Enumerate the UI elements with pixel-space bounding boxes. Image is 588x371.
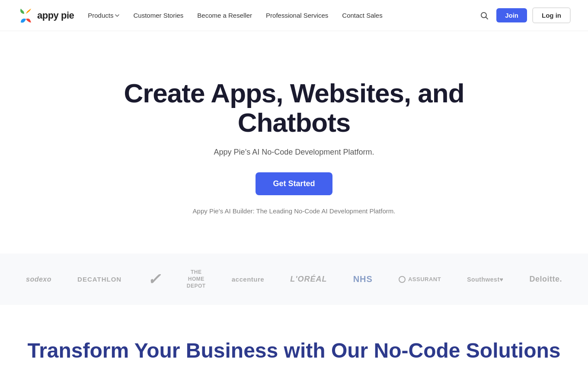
nav-products[interactable]: Products — [88, 12, 119, 19]
logo-nhs: NHS — [353, 274, 373, 284]
logo-deloitte: Deloitte. — [529, 275, 562, 284]
logo-link[interactable]: appy pie — [17, 7, 74, 24]
search-icon — [480, 11, 489, 20]
nav-customer-stories[interactable]: Customer Stories — [133, 12, 183, 19]
login-button[interactable]: Log in — [532, 7, 571, 23]
join-button[interactable]: Join — [496, 8, 527, 22]
svg-line-2 — [486, 17, 488, 19]
logos-band: sodexo DECATHLON ✓ THEHOMEDEPOT accentur… — [0, 254, 588, 305]
logo-nike: ✓ — [147, 270, 161, 289]
logo-icon — [17, 7, 35, 24]
nav-professional-services[interactable]: Professional Services — [266, 12, 328, 19]
svg-point-0 — [24, 14, 28, 17]
get-started-button[interactable]: Get Started — [256, 172, 332, 195]
hero-tagline: Appy Pie’s AI Builder: The Leading No-Co… — [65, 207, 523, 215]
assurant-circle-icon — [399, 276, 406, 283]
bottom-title: Transform Your Business with Our No-Code… — [9, 339, 579, 362]
logo-southwest: Southwest♥ — [467, 276, 503, 283]
hero-section: Create Apps, Websites, and Chatbots Appy… — [56, 31, 532, 254]
search-button[interactable] — [477, 9, 491, 22]
logo-assurant: ASSURANT — [399, 276, 441, 283]
logo-accenture: accenture — [232, 276, 264, 283]
nav-contact-sales[interactable]: Contact Sales — [342, 12, 382, 19]
logo-homedepot: THEHOMEDEPOT — [187, 269, 206, 289]
logo-decathlon: DECATHLON — [77, 276, 121, 283]
nav-become-reseller[interactable]: Become a Reseller — [197, 12, 252, 19]
nav-links: Products Customer Stories Become a Resel… — [88, 12, 477, 19]
bottom-section: Transform Your Business with Our No-Code… — [0, 305, 588, 371]
navbar: appy pie Products Customer Stories Becom… — [0, 0, 588, 31]
hero-subtitle: Appy Pie’s AI No-Code Development Platfo… — [65, 148, 523, 157]
chevron-down-icon — [115, 13, 119, 18]
logo-text: appy pie — [37, 10, 74, 21]
hero-title: Create Apps, Websites, and Chatbots — [65, 79, 523, 137]
logo-loreal: L'ORÉAL — [290, 275, 327, 284]
logo-sodexo: sodexo — [26, 276, 51, 283]
nav-actions: Join Log in — [477, 7, 571, 23]
